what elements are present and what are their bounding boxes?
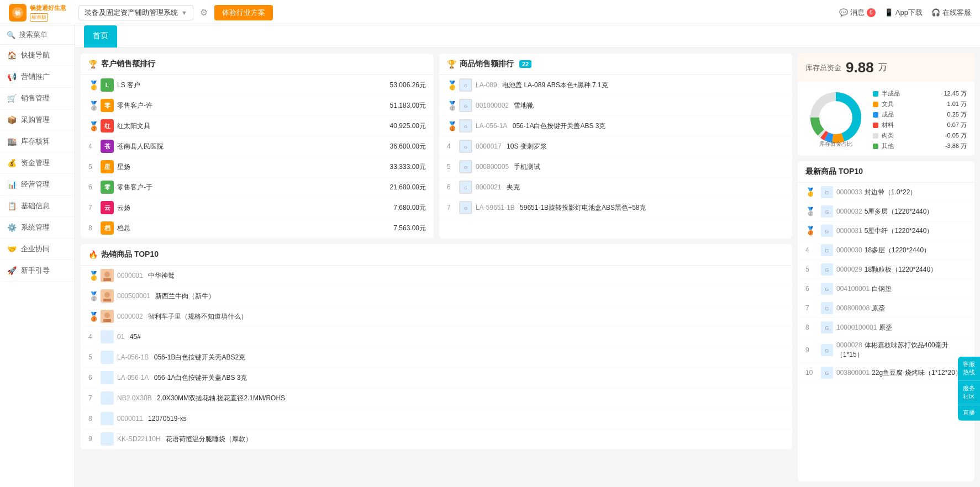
trophy-icon: 🏆 xyxy=(88,60,98,68)
message-btn[interactable]: 💬 消息 6 xyxy=(839,8,876,18)
svg-text:畅: 畅 xyxy=(15,10,20,16)
hot-product-row: 5 LA-056-1B 056-1B白色按键开关壳ABS2克 xyxy=(81,347,792,368)
float-btn-community[interactable]: 服务社区 xyxy=(958,381,980,405)
svg-text:G: G xyxy=(464,145,467,150)
msg-label: 消息 xyxy=(850,8,865,18)
customer-ranking-panel: 🏆 客户销售额排行 🥇 L LS 客户 53,006.26元 🥈 零 零售客户-… xyxy=(81,54,434,239)
msg-badge: 6 xyxy=(867,8,876,17)
chevron-down-icon: ▼ xyxy=(181,9,187,16)
sidebar-item-basic-info[interactable]: 📋 基础信息 xyxy=(0,195,75,217)
product-thumb: G xyxy=(821,283,833,295)
float-btn-live[interactable]: 直播 xyxy=(958,405,980,421)
logo-icon: 畅 xyxy=(9,4,27,22)
customer-ranking-row: 8 档 档总 7,563.00元 xyxy=(81,218,434,239)
product-code: 0000032 xyxy=(836,208,862,215)
rank-number: 🥈 xyxy=(447,100,459,111)
legend-item: 成品 0.25 万 xyxy=(873,110,967,119)
svg-text:G: G xyxy=(464,104,467,109)
legend-value: 12.45 万 xyxy=(944,89,967,98)
trial-button[interactable]: 体验行业方案 xyxy=(214,5,273,20)
legend-value: 1.01 万 xyxy=(947,100,967,108)
customer-amount: 21,680.00元 xyxy=(390,183,426,192)
product-code: 0000029 xyxy=(836,266,862,273)
sidebar-item-finance[interactable]: 💰 资金管理 xyxy=(0,152,75,174)
sidebar-item-corp-collab[interactable]: 🤝 企业协同 xyxy=(0,239,75,260)
tab-home[interactable]: 首页 xyxy=(84,25,117,47)
sidebar-item-quick-nav[interactable]: 🏠 快捷导航 xyxy=(0,45,75,66)
product-info: LA-056-1A 056-1A白色按键开关盖ABS 3克 xyxy=(476,121,784,131)
rank-number: 9 xyxy=(88,435,101,443)
svg-rect-18 xyxy=(103,278,111,281)
svg-text:G: G xyxy=(825,287,829,292)
product-code: KK-SD22110H xyxy=(117,435,161,443)
hot-product-thumb xyxy=(101,432,114,446)
svg-point-23 xyxy=(104,313,110,318)
product-code: 0000028 xyxy=(836,341,862,349)
system-selector[interactable]: 装备及固定资产辅助管理系统 ▼ xyxy=(78,5,193,20)
product-code: 0000017 xyxy=(476,142,502,150)
sidebar-item-system[interactable]: ⚙️ 系统管理 xyxy=(0,217,75,239)
sidebar-item-operations[interactable]: 📊 经营管理 xyxy=(0,174,75,195)
rank-number: 8 xyxy=(88,415,101,422)
product-name: 电池盖 LA-089 ABS本色+黑种 7.1克 xyxy=(502,81,608,89)
svg-point-17 xyxy=(104,272,110,277)
legend-value: 0.25 万 xyxy=(947,110,967,119)
float-btn-customer-service[interactable]: 客服热线 xyxy=(958,357,980,381)
top-panels: 🏆 客户销售额排行 🥇 L LS 客户 53,006.26元 🥈 零 零售客户-… xyxy=(81,54,792,239)
product-name: 雪地靴 xyxy=(514,102,534,109)
legend-name: 肉类 xyxy=(882,131,942,140)
sidebar-item-marketing[interactable]: 📢 营销推广 xyxy=(0,66,75,88)
rank-number: 🥇 xyxy=(447,80,459,91)
system-name: 装备及固定资产辅助管理系统 xyxy=(85,8,178,18)
svg-rect-24 xyxy=(103,319,111,322)
logo-text: 畅捷通好生意 xyxy=(30,4,66,12)
customer-ranking-row: 7 云 云扬 7,680.00元 xyxy=(81,198,434,218)
rank-number: 4 xyxy=(88,142,101,150)
top-right-area: 💬 消息 6 📱 App下载 🎧 在线客服 xyxy=(839,8,971,18)
chart-icon: 📊 xyxy=(7,179,17,189)
gear-icon: ⚙️ xyxy=(7,223,17,232)
product-thumb: G xyxy=(821,225,833,237)
inventory-panel: 库存总资金 9.88 万 xyxy=(798,54,974,156)
customer-avatar: 红 xyxy=(101,119,114,133)
product-info: LA-59651-1B 59651-1B旋转投影灯电池盒ABS黑色+58克 xyxy=(476,203,784,213)
top-bar: 畅 畅捷通好生意 标准版 装备及固定资产辅助管理系统 ▼ ⚙ 体验行业方案 💬 … xyxy=(0,0,980,25)
product-name: 056-1A白色按键开关盖ABS 3克 xyxy=(513,122,606,130)
svg-rect-21 xyxy=(103,299,111,301)
product-thumb: G xyxy=(459,160,472,173)
sidebar-item-newbie[interactable]: 🚀 新手引导 xyxy=(0,260,75,282)
sidebar-item-sales[interactable]: 🛒 销售管理 xyxy=(0,88,75,109)
customer-avatar: 星 xyxy=(101,160,114,173)
search-menu-btn[interactable]: 🔍 搜索菜单 xyxy=(0,25,75,45)
hot-products-list: 🥇 0000001 中华神鹫 🥈 000500001 新西兰牛肉（新牛） 🥉 0… xyxy=(81,266,792,449)
customer-avatar: 云 xyxy=(101,201,114,214)
app-download-btn[interactable]: 📱 App下载 xyxy=(884,8,923,18)
float-buttons: 客服热线 服务社区 直播 xyxy=(958,357,980,421)
newest-products-list: 🥇 G 0000033封边带（1.0*22） 🥈 G 00000325厘多层（1… xyxy=(798,183,974,383)
product-name: 00000315厘中纤（1220*2440） xyxy=(836,226,967,236)
legend-item: 半成品 12.45 万 xyxy=(873,89,967,98)
legend-dot xyxy=(873,133,878,139)
sidebar-item-inventory[interactable]: 🏬 库存核算 xyxy=(0,131,75,152)
megaphone-icon: 📢 xyxy=(7,72,17,82)
main-wrapper: 🔍 搜索菜单 🏠 快捷导航 📢 营销推广 🛒 销售管理 📦 采购管理 🏬 库存核… xyxy=(0,25,980,487)
svg-text:G: G xyxy=(464,124,467,129)
newest-product-row: 10 G 00380000122g鱼豆腐-烧烤味（1*12*20） xyxy=(798,363,974,383)
product-name: 2.0X30MM双搓花轴.搓花直径2.1MM/ROHS xyxy=(157,394,285,402)
customer-amount: 7,680.00元 xyxy=(393,203,426,213)
hot-product-row: 🥉 0000002 智利车子里（规格不知道填什么） xyxy=(81,306,792,327)
donut-chart: 库存资金占比 xyxy=(805,87,866,148)
svg-text:G: G xyxy=(825,267,829,273)
sidebar-item-purchase[interactable]: 📦 采购管理 xyxy=(0,109,75,131)
settings-icon[interactable]: ⚙ xyxy=(200,7,208,18)
product-thumb: G xyxy=(821,263,833,276)
newest-products-panel: 最新商品 TOP10 🥇 G 0000033封边带（1.0*22） 🥈 G 00… xyxy=(798,161,974,481)
customer-ranking-row: 🥈 零 零售客户-许 51,183.00元 xyxy=(81,96,434,116)
hot-product-thumb xyxy=(101,351,114,364)
hot-product-thumb xyxy=(101,310,114,323)
trophy-icon2: 🏆 xyxy=(447,60,456,68)
online-service-btn[interactable]: 🎧 在线客服 xyxy=(931,8,971,18)
customer-name: 档总 xyxy=(117,224,393,233)
hot-product-thumb xyxy=(101,412,114,425)
product-thumb: G xyxy=(459,140,472,153)
